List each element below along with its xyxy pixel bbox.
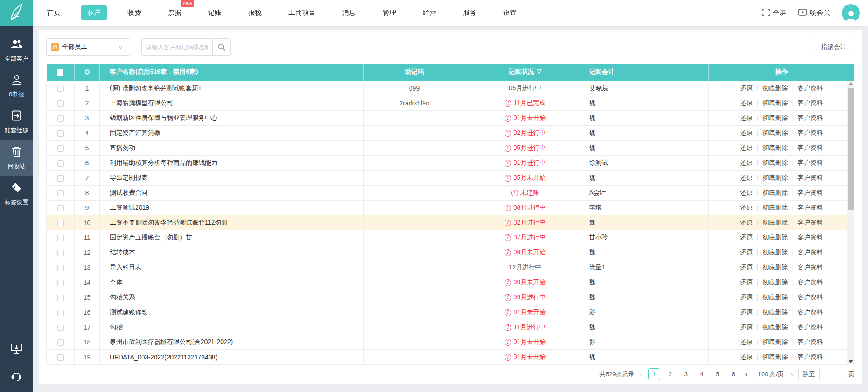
row-checkbox[interactable]: [57, 295, 64, 301]
row-checkbox[interactable]: [57, 145, 64, 152]
customer-name[interactable]: 直播勿动: [100, 140, 364, 155]
customer-name[interactable]: 上海皓腾模型有限公司: [100, 96, 364, 110]
action-客户资料[interactable]: 客户资料: [797, 278, 823, 286]
row-checkbox[interactable]: [57, 265, 64, 271]
action-还原[interactable]: 还原: [740, 129, 753, 136]
action-彻底删除[interactable]: 彻底删除: [763, 189, 788, 196]
scrollbar-thumb[interactable]: [848, 88, 854, 210]
action-客户资料[interactable]: 客户资料: [797, 99, 823, 106]
action-还原[interactable]: 还原: [740, 278, 753, 286]
action-彻底删除[interactable]: 彻底删除: [763, 129, 788, 136]
customer-name[interactable]: (原) 误删勿改李艳芬测试账套新1: [100, 81, 364, 96]
action-还原[interactable]: 还原: [740, 353, 753, 360]
row-checkbox[interactable]: [57, 160, 64, 167]
customer-name[interactable]: 工资不要删除勿改李艳芬测试账套112勿删: [100, 215, 364, 230]
row-checkbox[interactable]: [57, 235, 64, 241]
action-彻底删除[interactable]: 彻底删除: [763, 323, 788, 330]
select-all-checkbox[interactable]: [57, 69, 63, 76]
row-checkbox[interactable]: [57, 205, 64, 211]
action-客户资料[interactable]: 客户资料: [797, 263, 823, 271]
column-settings-gear-icon[interactable]: ⚙: [84, 68, 90, 76]
nav-item-管理[interactable]: 管理: [377, 5, 402, 20]
page-2[interactable]: 2: [664, 368, 676, 380]
nav-item-服务[interactable]: 服务: [457, 5, 482, 20]
action-客户资料[interactable]: 客户资料: [797, 174, 823, 181]
action-还原[interactable]: 还原: [740, 174, 753, 181]
action-彻底删除[interactable]: 彻底删除: [763, 278, 788, 286]
customer-name[interactable]: UFDATA_003-2022(20221122173438): [100, 349, 364, 364]
next-page-button[interactable]: ›: [743, 370, 749, 378]
action-客户资料[interactable]: 客户资料: [797, 219, 823, 226]
row-checkbox[interactable]: [57, 220, 64, 226]
search-input[interactable]: [141, 38, 212, 56]
action-彻底删除[interactable]: 彻底删除: [763, 204, 788, 211]
action-彻底删除[interactable]: 彻底删除: [763, 99, 788, 106]
row-checkbox[interactable]: [57, 175, 64, 182]
header-status[interactable]: 记账状况: [465, 64, 585, 81]
action-客户资料[interactable]: 客户资料: [797, 84, 823, 91]
customer-name[interactable]: 导入科目表: [100, 260, 364, 275]
customer-name[interactable]: 固定资产汇算清缴: [100, 125, 364, 140]
action-还原[interactable]: 还原: [740, 263, 753, 271]
action-彻底删除[interactable]: 彻底删除: [763, 234, 788, 241]
row-checkbox[interactable]: [57, 130, 64, 137]
row-checkbox[interactable]: [57, 250, 64, 256]
action-客户资料[interactable]: 客户资料: [797, 129, 823, 136]
action-客户资料[interactable]: 客户资料: [797, 293, 823, 301]
action-彻底删除[interactable]: 彻底删除: [763, 84, 788, 91]
action-还原[interactable]: 还原: [740, 338, 753, 345]
customer-name[interactable]: 勾稽关系: [100, 290, 364, 305]
action-还原[interactable]: 还原: [740, 219, 753, 226]
action-客户资料[interactable]: 客户资料: [797, 144, 823, 151]
fullscreen-button[interactable]: 全屏: [762, 9, 786, 18]
action-还原[interactable]: 还原: [740, 249, 753, 256]
action-彻底删除[interactable]: 彻底删除: [763, 114, 788, 121]
action-客户资料[interactable]: 客户资料: [797, 338, 823, 345]
prev-page-button[interactable]: ‹: [638, 370, 644, 378]
customer-name[interactable]: 测试收费合同: [100, 185, 364, 200]
row-checkbox[interactable]: [57, 86, 64, 92]
customer-name[interactable]: 钱塘新区住房保障与物业管理服务中心: [100, 110, 364, 125]
action-还原[interactable]: 还原: [740, 308, 753, 316]
customer-name[interactable]: 个体: [100, 275, 364, 290]
row-checkbox[interactable]: [57, 354, 64, 361]
member-button[interactable]: 畅会员: [798, 9, 830, 17]
action-还原[interactable]: 还原: [740, 204, 753, 211]
action-客户资料[interactable]: 客户资料: [797, 323, 823, 330]
assign-accountant-button[interactable]: 指派会计: [813, 39, 854, 55]
customer-name[interactable]: 结转成本: [100, 245, 364, 260]
table-scrollbar[interactable]: [847, 81, 854, 365]
nav-item-经营[interactable]: 经营: [417, 5, 442, 20]
customer-name[interactable]: 勾稽: [100, 320, 364, 335]
nav-item-记账[interactable]: 记账: [202, 5, 227, 20]
row-checkbox[interactable]: [57, 339, 64, 346]
customer-name[interactable]: 泉州市欣利医疗器械有限公司(合2021-2022): [100, 335, 364, 349]
page-4[interactable]: 4: [696, 368, 708, 380]
nav-item-票据[interactable]: 票据new: [162, 5, 187, 20]
action-客户资料[interactable]: 客户资料: [797, 159, 823, 166]
action-客户资料[interactable]: 客户资料: [797, 308, 823, 316]
action-彻底删除[interactable]: 彻底删除: [763, 159, 788, 166]
action-客户资料[interactable]: 客户资料: [797, 189, 823, 196]
action-彻底删除[interactable]: 彻底删除: [763, 308, 788, 316]
filter-funnel-icon[interactable]: [537, 68, 542, 76]
sidebar-item-账套迁移[interactable]: 账套迁移: [0, 104, 33, 140]
nav-item-收费[interactable]: 收费: [122, 5, 147, 20]
action-彻底删除[interactable]: 彻底删除: [763, 249, 788, 256]
page-1[interactable]: 1: [648, 368, 660, 380]
user-avatar[interactable]: [842, 4, 860, 22]
row-checkbox[interactable]: [57, 310, 64, 316]
nav-item-客户[interactable]: 客户: [81, 5, 107, 20]
row-checkbox[interactable]: [57, 325, 64, 331]
page-3[interactable]: 3: [680, 368, 692, 380]
jump-page-input[interactable]: [819, 368, 844, 381]
action-还原[interactable]: 还原: [740, 114, 753, 121]
action-彻底删除[interactable]: 彻底删除: [763, 174, 788, 181]
nav-item-设置[interactable]: 设置: [497, 5, 523, 20]
customer-name[interactable]: 导出定制报表: [100, 170, 364, 185]
customer-name[interactable]: 工资测试2019: [100, 200, 364, 215]
action-还原[interactable]: 还原: [740, 84, 753, 91]
row-checkbox[interactable]: [57, 115, 64, 122]
nav-item-报税[interactable]: 报税: [242, 5, 268, 20]
action-客户资料[interactable]: 客户资料: [797, 114, 823, 121]
